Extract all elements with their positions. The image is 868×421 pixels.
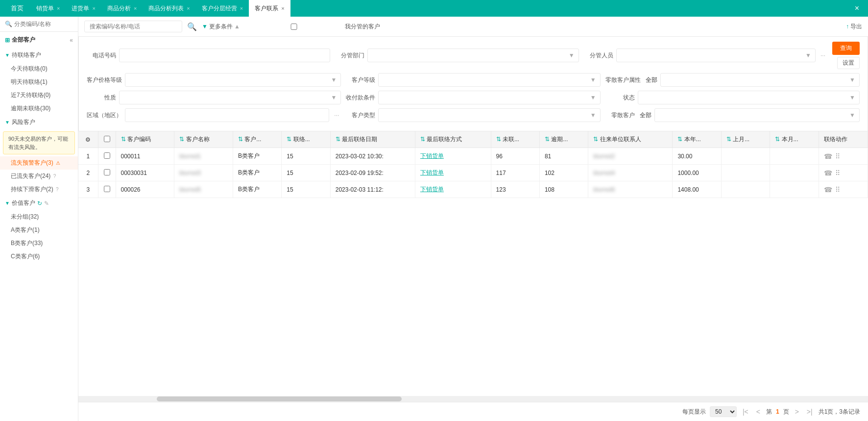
first-page-button[interactable]: |< bbox=[741, 407, 750, 417]
close-customerlayer-icon[interactable]: × bbox=[240, 5, 243, 11]
nav-tab-salesorder[interactable]: 销货单 × bbox=[30, 0, 66, 17]
cell-code-0: 000011 bbox=[116, 148, 174, 165]
sidebar-item-ungrouped[interactable]: 未分组(32) bbox=[0, 210, 78, 223]
sidebar-item-tomorrow[interactable]: 明天待联络(1) bbox=[0, 75, 78, 89]
filter-select-nature[interactable]: ▼ bbox=[119, 91, 341, 104]
my-customers-checkbox[interactable] bbox=[245, 24, 343, 30]
sidebar-item-churn-warning[interactable]: 流失预警客户(3) ⚠ bbox=[0, 156, 78, 170]
more-actions-icon-0[interactable]: ⠿ bbox=[835, 152, 840, 160]
col-lastmonth-header[interactable]: ⇅ 上月... bbox=[721, 131, 770, 148]
sidebar-collapse-button[interactable]: « bbox=[70, 37, 73, 44]
filter-select-dept[interactable]: ▼ bbox=[367, 49, 579, 62]
filter-select-customertype[interactable]: ▼ bbox=[378, 108, 600, 122]
sidebar-search-input[interactable] bbox=[14, 21, 73, 27]
filter-select-scatterprop[interactable]: ▼ bbox=[660, 73, 860, 87]
cell-check-0[interactable] bbox=[98, 148, 116, 165]
nav-tab-customerlayer[interactable]: 客户分层经营 × bbox=[196, 0, 249, 17]
col-code-header[interactable]: ⇅ 客户编码 bbox=[116, 131, 174, 148]
help-icon: ? bbox=[53, 173, 56, 179]
sidebar-item-a-class[interactable]: A类客户(1) bbox=[0, 223, 78, 237]
col-contact-header[interactable]: ⇅ 联络... bbox=[282, 131, 330, 148]
search-button[interactable]: 🔍 bbox=[187, 22, 197, 31]
filter-select-scatter[interactable]: ▼ bbox=[654, 108, 860, 122]
prev-page-button[interactable]: < bbox=[754, 407, 762, 417]
nav-home[interactable]: 首页 bbox=[4, 0, 30, 17]
select-all-checkbox[interactable] bbox=[104, 136, 110, 142]
close-productanalysislist-icon[interactable]: × bbox=[187, 5, 190, 11]
filter-select-pricelevel[interactable]: ▼ bbox=[125, 73, 341, 87]
cell-lastway-0[interactable]: 下销货单 bbox=[415, 148, 491, 165]
col-overdue-header[interactable]: ⇅ 逾期... bbox=[539, 131, 588, 148]
nav-tab-productanalysis[interactable]: 商品分析 × bbox=[101, 0, 143, 17]
row-checkbox-1[interactable] bbox=[104, 169, 110, 175]
last-page-button[interactable]: >| bbox=[805, 407, 815, 417]
sidebar-section-risk[interactable]: ▼ 风险客户 bbox=[0, 115, 78, 129]
filter-more-region-button[interactable]: ··· bbox=[332, 112, 341, 119]
search-input[interactable] bbox=[84, 21, 182, 32]
more-actions-icon-1[interactable]: ⠿ bbox=[835, 169, 840, 177]
settings-button[interactable]: 设置 bbox=[837, 57, 860, 69]
sort-icon-uncontacted: ⇅ bbox=[496, 136, 501, 143]
last-contact-way-link-2[interactable]: 下销货单 bbox=[420, 186, 444, 193]
filter-select-person[interactable]: ▼ bbox=[616, 49, 816, 62]
last-contact-way-link-1[interactable]: 下销货单 bbox=[420, 169, 444, 176]
export-button[interactable]: ↑ 导出 bbox=[846, 23, 862, 31]
close-productanalysis-icon[interactable]: × bbox=[134, 5, 137, 11]
filter-select-payment[interactable]: ▼ bbox=[378, 91, 600, 104]
scrollbar-thumb[interactable] bbox=[157, 396, 402, 401]
filter-more-button[interactable]: ▼ 更多条件 ▲ bbox=[202, 23, 240, 31]
sidebar-item-overdue[interactable]: 逾期未联络(30) bbox=[0, 102, 78, 115]
close-salesorder-icon[interactable]: × bbox=[57, 5, 60, 11]
col-thisyear-header[interactable]: ⇅ 本年... bbox=[673, 131, 721, 148]
cell-lastway-1[interactable]: 下销货单 bbox=[415, 165, 491, 181]
filter-select-status[interactable]: ▼ bbox=[638, 91, 860, 104]
col-contactperson-header[interactable]: ⇅ 往来单位联系人 bbox=[588, 131, 673, 148]
cell-lastway-2[interactable]: 下销货单 bbox=[415, 181, 491, 198]
row-checkbox-2[interactable] bbox=[104, 186, 110, 192]
contact-icon-1[interactable]: ☎ bbox=[824, 169, 832, 177]
per-page-select[interactable]: 50 100 bbox=[710, 406, 737, 417]
close-customercontact-icon[interactable]: × bbox=[281, 5, 284, 11]
sidebar-all-customers[interactable]: ⊞ 全部客户 « bbox=[0, 32, 78, 48]
refresh-icon[interactable]: ↻ bbox=[37, 200, 42, 207]
more-actions-icon-2[interactable]: ⠿ bbox=[835, 186, 840, 194]
nav-tab-purchaseorder[interactable]: 进货单 × bbox=[66, 0, 101, 17]
sort-icon-thisyear: ⇅ bbox=[677, 136, 682, 143]
sidebar-section-pending[interactable]: ▼ 待联络客户 bbox=[0, 48, 78, 62]
sidebar-item-declining[interactable]: 持续下滑客户(2) ? bbox=[0, 183, 78, 196]
next-page-button[interactable]: > bbox=[793, 407, 801, 417]
col-lastwaydate-header[interactable]: ⇅ 最后联络方式 bbox=[415, 131, 491, 148]
col-lastdate-header[interactable]: ⇅ 最后联络日期 bbox=[330, 131, 415, 148]
sidebar-item-7days[interactable]: 近7天待联络(0) bbox=[0, 89, 78, 102]
sidebar-item-b-class[interactable]: B类客户(33) bbox=[0, 237, 78, 250]
close-purchaseorder-icon[interactable]: × bbox=[92, 5, 95, 11]
cell-check-1[interactable] bbox=[98, 165, 116, 181]
sidebar-item-churned[interactable]: 已流失客户(24) ? bbox=[0, 170, 78, 183]
window-close-button[interactable]: × bbox=[850, 4, 864, 13]
col-uncontacted-header[interactable]: ⇅ 未联... bbox=[491, 131, 539, 148]
contact-icon-2[interactable]: ☎ bbox=[824, 186, 832, 194]
horizontal-scrollbar[interactable] bbox=[78, 396, 868, 402]
nav-tab-customercontact[interactable]: 客户联系 × bbox=[249, 0, 290, 17]
sidebar-section-value[interactable]: ▼ 价值客户 ↻ ✎ bbox=[0, 196, 78, 210]
query-button[interactable]: 查询 bbox=[832, 42, 860, 55]
col-checkbox[interactable] bbox=[98, 131, 116, 148]
filter-more-person-button[interactable]: ··· bbox=[819, 52, 827, 59]
col-settings[interactable]: ⚙ bbox=[78, 131, 98, 148]
sidebar-item-c-class[interactable]: C类客户(6) bbox=[0, 250, 78, 263]
filter-input-phone[interactable] bbox=[119, 49, 330, 62]
my-customers-checkbox-label[interactable]: 我分管的客户 bbox=[245, 23, 380, 31]
edit-icon[interactable]: ✎ bbox=[44, 200, 49, 207]
col-name-header[interactable]: ⇅ 客户名称 bbox=[174, 131, 233, 148]
contact-icon-0[interactable]: ☎ bbox=[824, 152, 832, 160]
cell-check-2[interactable] bbox=[98, 181, 116, 198]
last-contact-way-link-0[interactable]: 下销货单 bbox=[420, 152, 444, 159]
col-type-header[interactable]: ⇅ 客户... bbox=[233, 131, 281, 148]
filter-select-region[interactable] bbox=[125, 108, 329, 122]
row-checkbox-0[interactable] bbox=[104, 152, 110, 159]
nav-tab-productanalysislist[interactable]: 商品分析列表 × bbox=[143, 0, 195, 17]
filter-select-customerlevel[interactable]: ▼ bbox=[378, 73, 600, 87]
col-thismonth-header[interactable]: ⇅ 本月... bbox=[770, 131, 819, 148]
sidebar-item-today[interactable]: 今天待联络(0) bbox=[0, 62, 78, 75]
cell-num-1: 2 bbox=[78, 165, 98, 181]
